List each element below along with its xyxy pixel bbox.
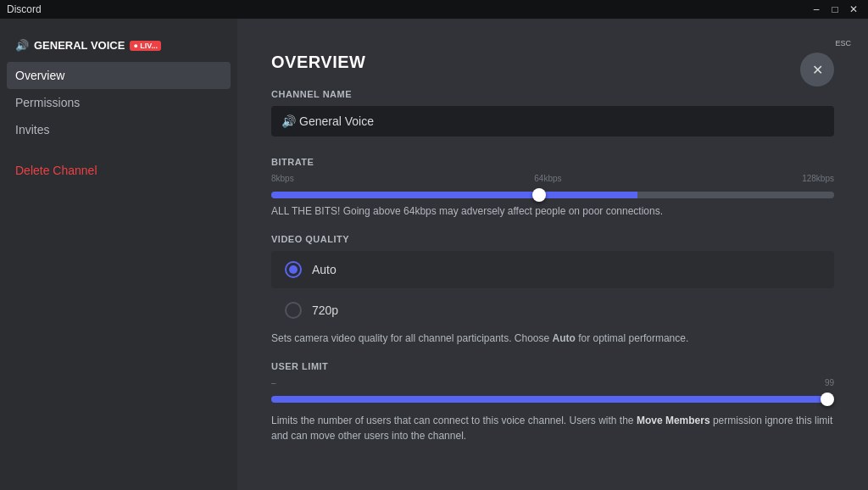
bitrate-section: BITRATE 8kbps 64kbps 128kbps ALL THE BIT… bbox=[271, 157, 834, 217]
channel-header: 🔊 GENERAL VOICE ● LIV... bbox=[7, 32, 231, 58]
channel-speaker-icon: 🔊 bbox=[15, 39, 29, 52]
bitrate-max-label: 128kbps bbox=[802, 174, 834, 183]
bitrate-hint: ALL THE BITS! Going above 64kbps may adv… bbox=[271, 205, 834, 217]
section-title: OVERVIEW bbox=[271, 53, 834, 72]
channel-name-label: CHANNEL NAME bbox=[271, 89, 834, 99]
title-bar: Discord – □ ✕ bbox=[0, 0, 868, 19]
title-bar-controls: – □ ✕ bbox=[809, 2, 861, 17]
user-limit-max-label: 99 bbox=[825, 378, 834, 387]
main-content: ✕ ESC OVERVIEW CHANNEL NAME 🔊 General Vo… bbox=[237, 19, 868, 490]
bitrate-slider[interactable] bbox=[271, 192, 834, 198]
radio-auto-circle bbox=[285, 261, 302, 278]
esc-wrap: ✕ ESC bbox=[835, 36, 851, 47]
channel-name-value: General Voice bbox=[299, 114, 374, 128]
user-limit-hint: Limits the number of users that can conn… bbox=[271, 413, 834, 443]
video-quality-auto[interactable]: Auto bbox=[271, 251, 834, 288]
channel-name: GENERAL VOICE bbox=[34, 39, 125, 52]
bitrate-ticks: 8kbps 64kbps 128kbps bbox=[271, 174, 834, 183]
video-quality-hint: Sets camera video quality for all channe… bbox=[271, 332, 834, 344]
video-hint-bold: Auto bbox=[553, 332, 576, 344]
video-quality-section: VIDEO QUALITY Auto 720p Sets camera vide… bbox=[271, 234, 834, 344]
radio-720p-circle bbox=[285, 302, 302, 319]
bitrate-label: BITRATE bbox=[271, 157, 834, 167]
sidebar-item-delete-channel[interactable]: Delete Channel bbox=[7, 157, 231, 184]
user-limit-min-label: – bbox=[271, 378, 276, 387]
video-quality-720p[interactable]: 720p bbox=[271, 292, 834, 329]
bitrate-min-label: 8kbps bbox=[271, 174, 294, 183]
user-limit-slider[interactable] bbox=[271, 396, 834, 403]
minimize-button[interactable]: – bbox=[809, 2, 824, 17]
app-body: 🔊 GENERAL VOICE ● LIV... Overview Permis… bbox=[0, 19, 868, 490]
user-limit-hint-bold: Move Members bbox=[637, 415, 710, 426]
maximize-button[interactable]: □ bbox=[827, 2, 843, 17]
channel-name-input[interactable]: 🔊 General Voice bbox=[271, 106, 834, 136]
live-badge: ● LIV... bbox=[130, 41, 161, 51]
sidebar-item-overview[interactable]: Overview bbox=[7, 62, 231, 89]
sidebar: 🔊 GENERAL VOICE ● LIV... Overview Permis… bbox=[0, 19, 237, 490]
sidebar-item-permissions[interactable]: Permissions bbox=[7, 89, 231, 116]
user-limit-section: USER LIMIT – 99 Limits the number of use… bbox=[271, 361, 834, 443]
radio-720p-label: 720p bbox=[312, 303, 338, 317]
app-name: Discord bbox=[7, 3, 42, 15]
video-quality-label: VIDEO QUALITY bbox=[271, 234, 834, 244]
esc-button[interactable]: ✕ bbox=[800, 53, 834, 86]
radio-auto-label: Auto bbox=[312, 263, 337, 276]
channel-name-icon: 🔊 bbox=[281, 114, 296, 128]
user-limit-ticks: – 99 bbox=[271, 378, 834, 387]
title-bar-left: Discord bbox=[7, 3, 42, 15]
esc-label: ESC bbox=[835, 39, 851, 47]
close-button[interactable]: ✕ bbox=[846, 2, 861, 17]
user-limit-label: USER LIMIT bbox=[271, 361, 834, 371]
sidebar-item-invites[interactable]: Invites bbox=[7, 116, 231, 143]
bitrate-mid-label: 64kbps bbox=[534, 174, 561, 183]
